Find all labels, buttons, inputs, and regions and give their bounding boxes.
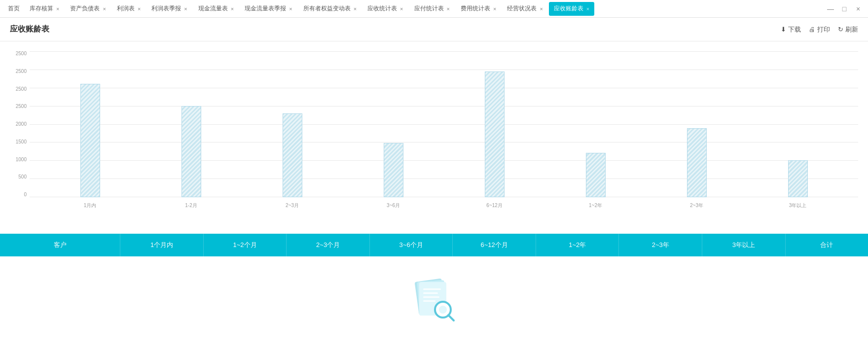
x-label-2-3m: 2~3月 xyxy=(283,202,302,209)
chart-plot: 1月内 1-2月 2~3月 3~6月 6~12月 1~2年 2~3年 3年以上 xyxy=(30,51,858,209)
close-cashflow-quarter-tab[interactable]: × xyxy=(289,6,292,12)
bar-2-3m xyxy=(283,113,302,197)
refresh-icon: ↻ xyxy=(838,26,843,33)
bar-1m xyxy=(80,84,100,197)
y-axis: 0 500 1000 1500 2000 2500 2500 2500 2500 xyxy=(10,51,30,209)
x-label-3-6m: 3~6月 xyxy=(384,202,403,209)
th-1-2y: 1~2年 xyxy=(536,234,619,256)
close-ap-stats-tab[interactable]: × xyxy=(447,6,450,12)
tab-ar-aging[interactable]: 应收账龄表 × xyxy=(549,2,594,16)
th-3y-plus: 3年以上 xyxy=(702,234,786,256)
print-icon: 🖨 xyxy=(809,26,815,33)
bar-group-1m xyxy=(80,84,100,197)
header-actions: ⬇ 下载 🖨 打印 ↻ 刷新 xyxy=(781,25,858,34)
th-total: 合计 xyxy=(786,234,868,256)
bar-group-1-2m xyxy=(181,106,201,197)
minimize-button[interactable]: — xyxy=(825,3,836,15)
tab-home[interactable]: 首页 xyxy=(4,4,24,13)
x-label-1-2m: 1-2月 xyxy=(181,202,201,209)
svg-rect-5 xyxy=(423,296,439,298)
bar-group-2-3m xyxy=(283,113,302,197)
download-icon: ⬇ xyxy=(781,26,786,33)
tab-ap-stats[interactable]: 应付统计表 × xyxy=(409,2,455,16)
close-button[interactable]: × xyxy=(852,3,864,15)
close-profit-tab[interactable]: × xyxy=(138,6,141,12)
bar-group-6-12m xyxy=(485,71,505,197)
page-header: 应收账龄表 ⬇ 下载 🖨 打印 ↻ 刷新 xyxy=(0,18,868,41)
y-label-0: 0 xyxy=(10,192,30,197)
bar-1-2y xyxy=(586,153,606,197)
y-label-2500a: 2500 xyxy=(10,104,30,109)
close-business-tab[interactable]: × xyxy=(540,6,542,12)
bar-group-3y-plus xyxy=(788,160,808,197)
tab-profit[interactable]: 利润表 × xyxy=(112,2,145,16)
th-2-3m: 2~3个月 xyxy=(287,234,370,256)
y-label-500: 500 xyxy=(10,175,30,179)
x-label-6-12m: 6~12月 xyxy=(485,202,505,209)
close-ar-stats-tab[interactable]: × xyxy=(400,6,403,12)
table-header: 客户 1个月内 1~2个月 2~3个月 3~6个月 6~12个月 1~2年 2~… xyxy=(0,234,868,256)
close-balance-sheet-tab[interactable]: × xyxy=(103,6,106,12)
page-title: 应收账龄表 xyxy=(10,24,49,35)
tab-cashflow[interactable]: 现金流量表 × xyxy=(193,2,239,16)
y-label-2500d: 2500 xyxy=(10,51,30,56)
x-labels: 1月内 1-2月 2~3月 3~6月 6~12月 1~2年 2~3年 3年以上 xyxy=(30,202,858,209)
bar-group-2-3y xyxy=(687,128,707,197)
th-3-6m: 3~6个月 xyxy=(370,234,453,256)
tab-ar-stats[interactable]: 应收统计表 × xyxy=(362,2,408,16)
x-label-2-3y: 2~3年 xyxy=(687,202,707,209)
chart-container: 0 500 1000 1500 2000 2500 2500 2500 2500 xyxy=(10,51,858,209)
empty-svg xyxy=(409,276,459,325)
x-label-3y-plus: 3年以上 xyxy=(788,202,808,209)
y-label-1500: 1500 xyxy=(10,140,30,144)
close-profit-quarter-tab[interactable]: × xyxy=(184,6,187,12)
tab-equity[interactable]: 所有者权益变动表 × xyxy=(298,2,362,16)
print-button[interactable]: 🖨 打印 xyxy=(809,25,830,34)
close-cashflow-tab[interactable]: × xyxy=(231,6,234,12)
bar-2-3y xyxy=(687,128,707,197)
close-expense-stats-tab[interactable]: × xyxy=(493,6,496,12)
tab-bar: 首页 库存核算 × 资产负债表 × 利润表 × 利润表季报 × 现金流量表 × … xyxy=(0,0,868,18)
tab-balance-sheet[interactable]: 资产负债表 × xyxy=(65,2,110,16)
y-label-1000: 1000 xyxy=(10,157,30,162)
bar-group-1-2y xyxy=(586,153,606,197)
maximize-button[interactable]: □ xyxy=(838,3,850,15)
y-label-2500c: 2500 xyxy=(10,69,30,74)
empty-illustration xyxy=(409,276,459,325)
main-content: 0 500 1000 1500 2000 2500 2500 2500 2500 xyxy=(0,41,868,355)
x-label-1m: 1月内 xyxy=(80,202,100,209)
y-label-2000: 2000 xyxy=(10,122,30,127)
tab-expense-stats[interactable]: 费用统计表 × xyxy=(456,2,501,16)
svg-rect-4 xyxy=(423,292,438,294)
svg-rect-6 xyxy=(423,300,435,302)
svg-point-9 xyxy=(439,306,447,314)
tab-cashflow-quarter[interactable]: 现金流量表季报 × xyxy=(240,2,297,16)
tab-business[interactable]: 经营状况表 × xyxy=(502,2,547,16)
chart-area: 0 500 1000 1500 2000 2500 2500 2500 2500 xyxy=(0,41,868,234)
th-2-3y: 2~3年 xyxy=(619,234,702,256)
y-label-2500b: 2500 xyxy=(10,87,30,92)
th-customer: 客户 xyxy=(0,234,120,256)
download-button[interactable]: ⬇ 下载 xyxy=(781,25,801,34)
tab-inventory[interactable]: 库存核算 × xyxy=(25,2,64,16)
close-equity-tab[interactable]: × xyxy=(354,6,357,12)
empty-state xyxy=(0,256,868,355)
close-ar-aging-tab[interactable]: × xyxy=(586,6,589,12)
th-1-2m: 1~2个月 xyxy=(204,234,287,256)
svg-rect-3 xyxy=(423,288,441,290)
window-controls: — □ × xyxy=(825,3,864,15)
x-label-1-2y: 1~2年 xyxy=(586,202,606,209)
refresh-button[interactable]: ↻ 刷新 xyxy=(838,25,858,34)
bar-1-2m xyxy=(181,106,201,197)
th-6-12m: 6~12个月 xyxy=(453,234,536,256)
bar-group-3-6m xyxy=(384,143,403,197)
close-inventory-tab[interactable]: × xyxy=(56,6,59,12)
bar-3y-plus xyxy=(788,160,808,197)
bars-row xyxy=(30,51,858,197)
tab-profit-quarter[interactable]: 利润表季报 × xyxy=(146,2,192,16)
bar-6-12m xyxy=(485,71,505,197)
svg-line-8 xyxy=(448,315,454,320)
bar-3-6m xyxy=(384,143,403,197)
th-1m: 1个月内 xyxy=(120,234,204,256)
